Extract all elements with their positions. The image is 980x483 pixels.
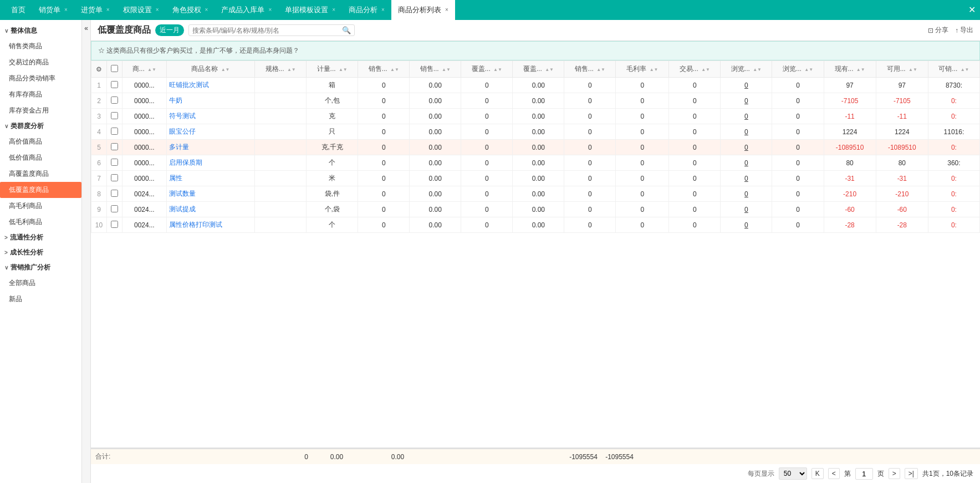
sort-arrows[interactable]: ▲▼: [442, 68, 451, 72]
cell-browse1[interactable]: 0: [721, 140, 772, 155]
sidebar-section-growth[interactable]: > 成长性分析: [0, 245, 81, 260]
sidebar-item-all-goods[interactable]: 全部商品: [0, 275, 81, 291]
sort-arrows[interactable]: ▲▼: [545, 68, 554, 72]
nav-close-icon[interactable]: ×: [268, 0, 272, 20]
sort-arrows[interactable]: ▲▼: [221, 68, 230, 72]
row-checkbox[interactable]: [111, 112, 118, 119]
sort-arrows[interactable]: ▲▼: [287, 68, 296, 72]
sort-arrows[interactable]: ▲▼: [804, 68, 813, 72]
col-code[interactable]: 商... ▲▼: [122, 61, 167, 78]
sidebar-section-cluster[interactable]: ∨ 类群度分析: [0, 119, 81, 134]
close-all-button[interactable]: ✕: [968, 0, 976, 20]
cell-name[interactable]: 启用保质期: [166, 155, 254, 171]
sort-arrows[interactable]: ▲▼: [339, 68, 348, 72]
next-page-btn[interactable]: >: [889, 468, 900, 479]
nav-home[interactable]: 首页: [4, 0, 32, 20]
nav-role-auth[interactable]: 角色授权 ×: [166, 0, 215, 20]
sidebar-item-low-coverage[interactable]: 低覆盖度商品: [0, 182, 81, 198]
cell-name[interactable]: 测试数量: [166, 186, 254, 202]
col-sales-qty[interactable]: 销售... ▲▼: [358, 61, 410, 78]
sidebar-item-new-goods[interactable]: 新品: [0, 291, 81, 307]
sidebar-item-high-value[interactable]: 高价值商品: [0, 134, 81, 150]
sort-arrows[interactable]: ▲▼: [753, 68, 762, 72]
search-input[interactable]: [192, 27, 342, 34]
cell-browse1[interactable]: 0: [721, 109, 772, 124]
sort-arrows[interactable]: ▲▼: [961, 68, 969, 72]
nav-close-icon[interactable]: ×: [156, 0, 159, 20]
nav-product-warehouse[interactable]: 产成品入库单 ×: [215, 0, 278, 20]
search-icon[interactable]: 🔍: [342, 26, 351, 34]
sidebar-item-traded-goods[interactable]: 交易过的商品: [0, 54, 81, 70]
settings-icon[interactable]: ⚙: [96, 65, 102, 73]
col-sales-amount[interactable]: 销售... ▲▼: [410, 61, 461, 78]
col-checkbox[interactable]: [107, 61, 122, 78]
page-input[interactable]: [855, 468, 873, 480]
row-checkbox[interactable]: [111, 205, 118, 212]
nav-template-settings[interactable]: 单据模板设置 ×: [278, 0, 342, 20]
col-browse2[interactable]: 浏览... ▲▼: [772, 61, 824, 78]
sidebar-collapse-btn[interactable]: «: [82, 20, 91, 483]
nav-permission[interactable]: 权限设置 ×: [116, 0, 166, 20]
cell-browse1[interactable]: 0: [721, 171, 772, 186]
cell-name[interactable]: 符号测试: [166, 109, 254, 124]
cell-browse1[interactable]: 0: [721, 78, 772, 93]
col-settings[interactable]: ⚙: [91, 61, 107, 78]
col-browse1[interactable]: 浏览... ▲▼: [721, 61, 772, 78]
col-gross-margin[interactable]: 毛利率 ▲▼: [616, 61, 669, 78]
sidebar-item-stock-goods[interactable]: 有库存商品: [0, 87, 81, 103]
col-available[interactable]: 可用... ▲▼: [876, 61, 928, 78]
share-button[interactable]: ⊡ 分享: [928, 26, 948, 35]
cell-checkbox[interactable]: [107, 140, 122, 155]
col-coverage1[interactable]: 覆盖... ▲▼: [461, 61, 513, 78]
select-all-checkbox[interactable]: [111, 65, 118, 72]
cell-browse1[interactable]: 0: [721, 186, 772, 202]
sidebar-item-high-margin[interactable]: 高毛利商品: [0, 198, 81, 214]
sidebar-section-flow[interactable]: > 流通性分析: [0, 230, 81, 245]
cell-browse1[interactable]: 0: [721, 217, 772, 233]
sidebar-item-sales-goods[interactable]: 销售类商品: [0, 38, 81, 54]
row-checkbox[interactable]: [111, 159, 118, 166]
nav-close-icon[interactable]: ×: [445, 0, 448, 20]
nav-close-icon[interactable]: ×: [64, 0, 68, 20]
sidebar-item-low-value[interactable]: 低价值商品: [0, 150, 81, 166]
last-page-btn[interactable]: >|: [905, 468, 918, 479]
cell-checkbox[interactable]: [107, 217, 122, 233]
nav-close-icon[interactable]: ×: [205, 0, 208, 20]
sidebar-section-overview[interactable]: ∨ 整体信息: [0, 23, 81, 38]
sidebar-item-low-margin[interactable]: 低毛利商品: [0, 214, 81, 230]
cell-name[interactable]: 眼宝公仔: [166, 124, 254, 140]
sort-arrows[interactable]: ▲▼: [856, 68, 865, 72]
cell-name[interactable]: 属性: [166, 171, 254, 186]
cell-browse1[interactable]: 0: [721, 155, 772, 171]
sort-arrows[interactable]: ▲▼: [650, 68, 659, 72]
col-trade[interactable]: 交易... ▲▼: [669, 61, 721, 78]
table-container[interactable]: ⚙ 商... ▲▼ 商品名称 ▲▼: [91, 60, 980, 448]
sort-arrows[interactable]: ▲▼: [596, 68, 605, 72]
sort-arrows[interactable]: ▲▼: [390, 68, 399, 72]
row-checkbox[interactable]: [111, 221, 118, 228]
cell-checkbox[interactable]: [107, 78, 122, 93]
nav-close-icon[interactable]: ×: [106, 0, 110, 20]
nav-product-analysis[interactable]: 商品分析 ×: [342, 0, 391, 20]
row-checkbox[interactable]: [111, 81, 118, 88]
col-current-stock[interactable]: 现有... ▲▼: [824, 61, 876, 78]
col-unit[interactable]: 计量... ▲▼: [307, 61, 358, 78]
cell-browse1[interactable]: 0: [721, 124, 772, 140]
export-button[interactable]: ↑ 导出: [955, 26, 973, 35]
sidebar-section-marketing[interactable]: ∨ 营销推广分析: [0, 260, 81, 275]
cell-checkbox[interactable]: [107, 109, 122, 124]
col-name[interactable]: 商品名称 ▲▼: [166, 61, 254, 78]
nav-sales-order[interactable]: 销货单 ×: [32, 0, 74, 20]
sidebar-item-high-coverage[interactable]: 高覆盖度商品: [0, 166, 81, 182]
cell-name[interactable]: 旺铺批次测试: [166, 78, 254, 93]
col-spec[interactable]: 规格... ▲▼: [255, 61, 307, 78]
cell-name[interactable]: 属性价格打印测试: [166, 217, 254, 233]
row-checkbox[interactable]: [111, 174, 118, 181]
sort-arrows[interactable]: ▲▼: [701, 68, 710, 72]
row-checkbox[interactable]: [111, 128, 118, 135]
nav-close-icon[interactable]: ×: [332, 0, 335, 20]
cell-browse1[interactable]: 0: [721, 202, 772, 217]
cell-checkbox[interactable]: [107, 155, 122, 171]
cell-checkbox[interactable]: [107, 186, 122, 202]
row-checkbox[interactable]: [111, 96, 118, 104]
